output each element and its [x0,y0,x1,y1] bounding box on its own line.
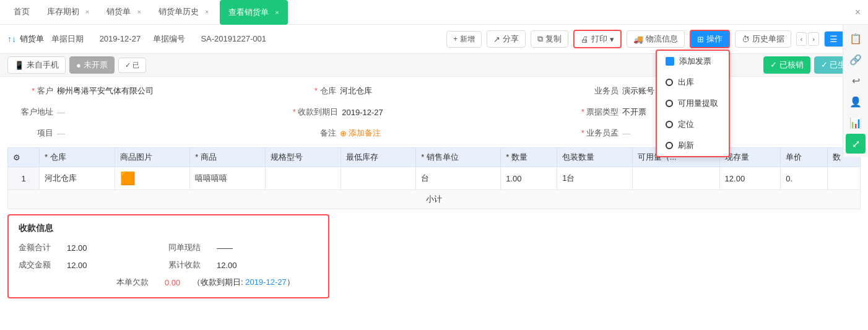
doc-date-label: 单据日期 [51,34,84,43]
amount-total-label: 金额合计 [19,242,62,253]
tab-view-sales-close[interactable]: × [275,9,279,16]
print-icon: 🖨 [581,35,589,44]
cell-warehouse: 河北仓库 [40,167,115,190]
project-value: — [57,129,65,138]
operation-button[interactable]: ⊞ 操作 [690,30,730,48]
menu-out-stock[interactable]: 出库 [657,72,729,93]
same-order-row: 同单现结 —— [168,240,318,255]
tab-inventory-init-close[interactable]: × [85,8,89,15]
not-opened-label: 未开票 [84,59,108,71]
tab-sales-order-close[interactable]: × [137,8,141,15]
same-order-label: 同单现结 [168,242,212,253]
operation-menu: 添加发票 出库 可用量提取 定位 [656,50,730,157]
available-qty-icon [666,100,673,107]
add-invoice-icon [666,57,674,66]
confirm-btn[interactable]: ✓ 已 [118,58,146,73]
tab-home-label: 首页 [14,6,30,17]
same-order-value: —— [217,243,233,253]
logistics-icon: 🚚 [633,35,643,44]
tab-sales-history-close[interactable]: × [205,8,209,15]
ticket-type-value: 不开票 [622,106,646,118]
sold-btn[interactable]: ✓ 已核销 [763,56,810,74]
history-button[interactable]: ⏱ 历史单据 [735,30,791,48]
col-min-stock: 最低库存 [341,148,416,167]
payment-title: 收款信息 [19,223,318,234]
tab-view-sales[interactable]: 查看销货单 × [220,0,287,25]
cell-image: 🟧 [115,167,190,190]
menu-add-invoice[interactable]: 添加发票 [657,51,729,72]
available-qty-label: 可用量提取 [678,98,718,109]
tab-sales-order[interactable]: 销货单 × [98,0,149,25]
share-button[interactable]: ↗ 分享 [487,30,526,48]
not-opened-btn[interactable]: ● 未开票 [69,56,115,74]
warehouse-value: 河北仓库 [340,85,372,97]
tab-inventory-init-label: 库存期初 [47,6,79,17]
tab-bar-close-icon[interactable]: × [855,7,861,18]
plus-icon: ⊕ [340,129,347,138]
tab-sales-history-label: 销货单历史 [158,6,199,17]
logistics-button[interactable]: 🚚 物流信息 [627,30,685,48]
tab-sales-history[interactable]: 销货单历史 × [150,0,217,25]
cell-product: 嘻嘻嘻嘻 [190,167,266,190]
payment-box: 收款信息 金额合计 12.00 同单现结 —— 成交金额 12.00 累计收款 … [7,214,329,298]
cumulative-value: 12.00 [217,261,237,270]
copy-icon: ⧉ [537,34,543,44]
cell-qty: 1.00 [501,167,557,190]
menu-available-qty[interactable]: 可用量提取 [657,93,729,114]
print-dropdown-icon: ▾ [610,35,614,44]
from-phone-btn[interactable]: 📱 来自手机 [7,56,66,74]
salesperson2-value: — [622,129,630,138]
sidebar-chart-icon[interactable]: 📊 [846,113,866,132]
cell-current: 12.00 [719,167,781,190]
sidebar-expand-icon[interactable]: ⤢ [846,134,866,154]
status-bar: 📱 来自手机 ● 未开票 ✓ 已 ✓ 已核销 ✓ 已生效 [0,54,868,77]
sold-label: 已核销 [779,60,804,69]
sold-check-icon: ✓ [770,60,777,69]
right-sidebar: 📋 🔗 ↩ 👤 📊 ⤢ [843,25,868,157]
due-date-label: 收款到期日 [293,106,339,118]
cell-spec [265,167,341,190]
sidebar-link-icon[interactable]: 🔗 [846,50,866,69]
from-phone-label: 来自手机 [27,59,59,71]
address-value: — [57,108,65,117]
operation-dropdown-container: ⊞ 操作 添加发票 出库 可用量提取 [690,30,730,48]
copy-button[interactable]: ⧉ 复制 [531,30,568,48]
note-label: 备注 [293,128,336,139]
subtotal-row: 小计 [8,190,861,209]
col-price: 单价 [781,148,828,167]
doc-header: ↑↓ 销货单 单据日期 2019-12-27 单据编号 SA-20191227-… [0,25,868,54]
doc-no-value: SA-20191227-001 [201,34,266,43]
list-view-btn[interactable]: ☰ [825,32,843,46]
prev-arrow[interactable]: ‹ [796,32,807,46]
locate-label: 定位 [678,119,694,130]
next-arrow[interactable]: › [808,32,819,46]
sidebar-user-icon[interactable]: 👤 [846,92,866,111]
note-row: 备注 ⊕ 添加备注 [293,125,576,141]
tab-home[interactable]: 首页 [5,0,38,25]
sidebar-undo-icon[interactable]: ↩ [846,71,866,90]
amount-total-row: 金额合计 12.00 [19,240,168,255]
cell-unit: 台 [416,167,501,190]
out-stock-icon [666,79,673,86]
col-image: 商品图片 [115,148,190,167]
tab-inventory-init[interactable]: 库存期初 × [38,0,98,25]
print-button[interactable]: 🖨 打印 ▾ [573,30,622,48]
new-button[interactable]: + 新增 [446,31,481,48]
due-date-note: 2019-12-27 [245,277,287,287]
add-note-label: 添加备注 [349,128,381,139]
add-note-btn[interactable]: ⊕ 添加备注 [340,128,381,139]
doc-date-value: 2019-12-27 [100,34,141,43]
menu-locate[interactable]: 定位 [657,114,729,135]
col-product: * 商品 [190,148,266,167]
out-stock-label: 出库 [678,77,694,88]
cell-amount [828,167,861,190]
warehouse-row: 仓库 河北仓库 [293,83,576,99]
doc-title: ↑↓ 销货单 [7,33,44,45]
customer-label: 客户 [10,85,53,97]
deal-amount-value: 12.00 [67,261,87,270]
refresh-icon [666,142,673,149]
customer-value: 柳州粤港平安气体有限公司 [57,85,154,97]
share-icon: ↗ [493,35,500,44]
menu-refresh[interactable]: 刷新 [657,135,729,156]
sidebar-doc-icon[interactable]: 📋 [846,28,866,48]
